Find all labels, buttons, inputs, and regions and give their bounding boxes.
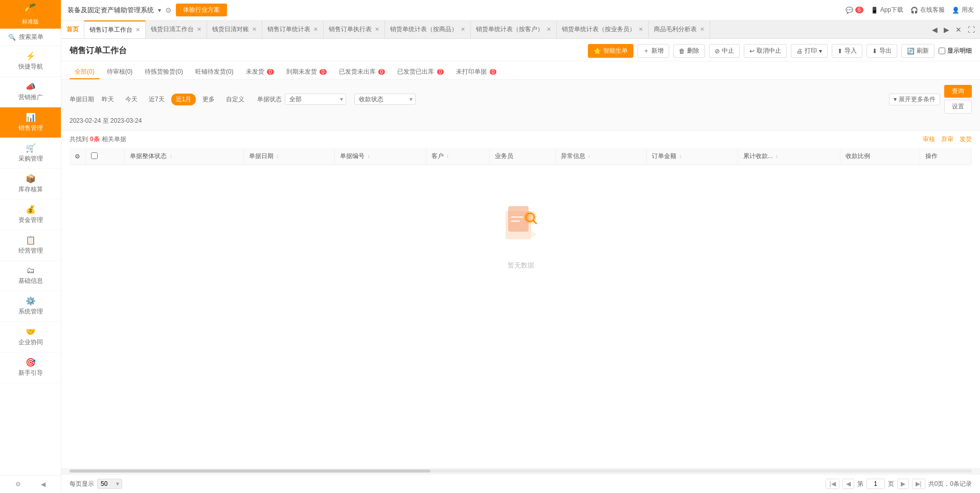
tab-close-all-icon[interactable]: ✕ [953,25,964,35]
7days-btn[interactable]: 近7天 [144,94,169,105]
custom-btn[interactable]: 自定义 [221,94,249,105]
sidebar-item-inventory[interactable]: 📦 库存核算 [0,169,61,199]
ship-action[interactable]: 发货 [960,135,972,144]
system-dropdown[interactable]: ▾ [158,7,161,14]
status-select-wrapper: 全部 [285,94,346,105]
sidebar-item-system[interactable]: ⚙️ 系统管理 [0,291,61,322]
operations-label: 经营管理 [18,246,43,255]
tab-close-icon[interactable]: ✕ [197,26,201,33]
sidebar-item-finance[interactable]: 💰 资金管理 [0,199,61,230]
export-btn[interactable]: ⬇ 导出 [867,44,897,58]
import-btn[interactable]: ⬆ 导入 [832,44,862,58]
sidebar-item-marketing[interactable]: 📣 营销推广 [0,77,61,107]
sub-tab-unshipped[interactable]: 未发货 0 [241,65,279,79]
th-checkbox[interactable] [86,148,125,165]
show-detail-checkbox[interactable] [939,48,945,54]
sidebar-search[interactable]: 🔍 搜索菜单 [0,29,61,46]
review-action[interactable]: 审核 [923,135,935,144]
tab-sales-customer[interactable]: 销货单统计表（按客户） ✕ [471,20,557,39]
cancel-review-action[interactable]: 弃审 [941,135,953,144]
sidebar-item-guide[interactable]: 🎯 新手引导 [0,352,61,383]
page-number-input[interactable] [867,479,885,489]
tab-close-icon[interactable]: ✕ [700,26,704,33]
sub-tab-all[interactable]: 全部(0) [70,65,100,79]
payment-select[interactable]: 收款状态 [354,94,416,105]
tab-sales-staff[interactable]: 销货单统计表（按业务员） ✕ [557,20,649,39]
sub-tab-shipped-not-out[interactable]: 已发货未出库 0 [334,65,391,79]
sidebar-item-sales[interactable]: 📊 销售管理 [0,107,61,138]
page-last-btn[interactable]: ▶| [912,479,925,489]
tab-prev-icon[interactable]: ◀ [930,25,940,35]
gear-icon: ⚙ [75,153,80,160]
tab-cash-reconcile[interactable]: 钱货日清对账 ✕ [207,20,262,39]
tab-sales-workbench[interactable]: 销售订单工作台 ✕ [84,20,146,39]
user-btn[interactable]: 👤 用友 [952,6,974,14]
tab-close-icon[interactable]: ✕ [135,27,140,33]
sub-tab-wangpu[interactable]: 旺铺待发货(0) [190,65,239,79]
tab-close-icon[interactable]: ✕ [546,26,551,33]
select-all-checkbox[interactable] [91,152,98,159]
tab-close-icon[interactable]: ✕ [461,26,465,33]
scroll-bar-track[interactable] [70,469,972,473]
app-download-btn[interactable]: 📱 App下载 [871,6,903,14]
collapse-icon[interactable]: ◀ [41,481,45,488]
cancel-pause-btn[interactable]: ↩ 取消中止 [744,44,787,58]
settings-icon[interactable]: ⚙ [15,481,21,488]
per-page-select[interactable]: 50 20 100 [97,479,122,489]
tab-home[interactable]: 首页 [61,20,84,39]
sub-tab-overdue[interactable]: 到期未发货 0 [281,65,332,79]
tab-close-icon[interactable]: ✕ [639,26,643,33]
tab-maximize-icon[interactable]: ⛶ [966,25,977,35]
show-detail-label: 显示明细 [939,47,972,55]
sub-tab-pending[interactable]: 待审核(0) [102,65,138,79]
settings-icon[interactable]: ⚙ [165,6,172,14]
tab-close-icon[interactable]: ✕ [313,26,318,33]
sidebar-item-purchase[interactable]: 🛒 采购管理 [0,138,61,169]
tab-gross-margin[interactable]: 商品毛利分析表 ✕ [649,20,710,39]
sub-tabs: 全部(0) 待审核(0) 待拣货验货(0) 旺铺待发货(0) 未发货 0 到期未… [61,61,980,80]
tab-sales-exec[interactable]: 销售订单执行表 ✕ [324,20,385,39]
empty-text: 暂无数据 [508,261,534,270]
quick-nav-label: 快捷导航 [18,62,43,71]
sub-tab-pending-inspect[interactable]: 待拣货验货(0) [140,65,188,79]
main-area: 装备及固定资产辅助管理系统 ▾ ⚙ 体验行业方案 💬 6 📱 App下载 🎧 在… [61,0,980,493]
tab-sales-stats[interactable]: 销售订单统计表 ✕ [262,20,324,39]
th-customer: 客户 ↕ [426,148,489,165]
tab-sales-product[interactable]: 销货单统计表（按商品） ✕ [385,20,471,39]
sub-tab-shipped-out[interactable]: 已发货已出库 0 [392,65,449,79]
query-btn[interactable]: 查询 [944,85,972,98]
scroll-bar-thumb[interactable] [70,469,430,473]
sidebar-item-base-info[interactable]: 🗂 基础信息 [0,261,61,291]
today-btn[interactable]: 今天 [121,94,142,105]
yesterday-btn[interactable]: 昨天 [97,94,119,105]
status-select[interactable]: 全部 [285,94,346,105]
tab-close-icon[interactable]: ✕ [252,26,257,33]
pause-btn[interactable]: ⊘ 中止 [709,44,740,58]
tab-next-icon[interactable]: ▶ [942,25,951,35]
page-next-btn[interactable]: ▶ [897,479,909,489]
smart-btn[interactable]: ⭐ 智能生单 [588,44,633,58]
page-prev-btn[interactable]: ◀ [842,479,854,489]
online-service-btn[interactable]: 🎧 在线客服 [910,6,945,14]
sidebar-item-quick-nav[interactable]: ⚡ 快捷导航 [0,46,61,77]
tab-close-icon[interactable]: ✕ [375,26,379,33]
sub-tab-shipped-out-label: 已发货已出库 [397,68,434,75]
settings-btn[interactable]: 设置 [944,100,972,114]
sidebar-item-operations[interactable]: 📋 经营管理 [0,230,61,261]
expand-btn[interactable]: ▾ 展开更多条件 [889,94,940,105]
experience-btn[interactable]: 体验行业方案 [176,4,227,16]
tab-cash-daily[interactable]: 钱货日清工作台 ✕ [146,20,207,39]
refresh-btn[interactable]: 🔄 刷新 [901,44,935,58]
print-btn[interactable]: 🖨 打印 ▾ [791,44,828,58]
delete-btn[interactable]: 🗑 删除 [673,44,705,58]
more-btn[interactable]: 更多 [198,94,219,105]
sidebar-item-enterprise[interactable]: 🤝 企业协同 [0,322,61,352]
1month-btn[interactable]: 近1月 [171,94,196,105]
delete-icon: 🗑 [679,48,685,55]
sub-tab-unprinted[interactable]: 未打印单据 0 [451,65,502,79]
th-staff: 业务员 [490,148,555,165]
th-settings[interactable]: ⚙ [70,148,86,165]
add-btn[interactable]: ＋ 新增 [637,44,669,58]
page-first-btn[interactable]: |◀ [826,479,839,489]
message-btn[interactable]: 💬 6 [846,7,863,14]
